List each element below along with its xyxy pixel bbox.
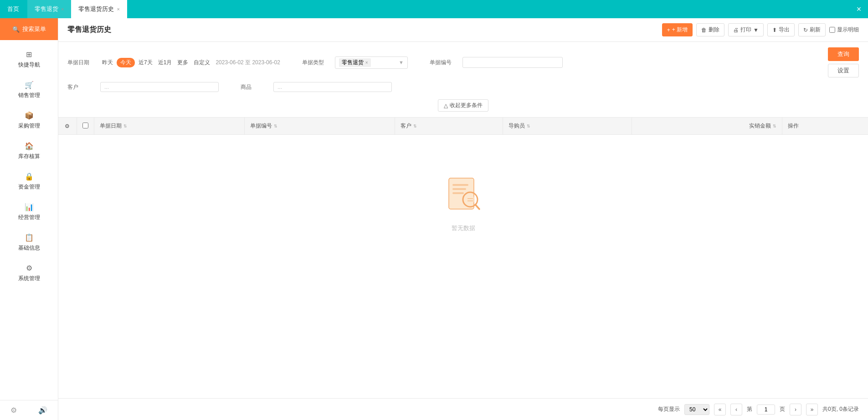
collapse-filter-button[interactable]: △ 收起更多条件 [438, 99, 488, 112]
tab-retail-return-close[interactable]: × [61, 6, 64, 12]
export-label: 导出 [779, 26, 790, 34]
sidebar-nav: ⊞ 快捷导航 🛒 销售管理 📦 采购管理 🏠 库存核算 🔒 资金管理 📊 [0, 40, 58, 400]
sidebar-item-quick-nav-label: 快捷导航 [18, 61, 40, 69]
delete-icon: 🗑 [701, 27, 707, 33]
col-voucher-date-label: 单据日期 [100, 122, 122, 130]
settings-icon[interactable]: ⚙ [10, 406, 17, 415]
last-page-button[interactable]: » [806, 404, 818, 415]
date-custom-btn[interactable]: 自定义 [192, 58, 212, 67]
sidebar-item-finance-mgmt[interactable]: 🔒 资金管理 [0, 166, 58, 196]
date-last1m-btn[interactable]: 近1月 [156, 58, 174, 67]
col-checkbox [77, 118, 94, 135]
sort-voucher-date[interactable]: 单据日期 ⇅ [100, 122, 239, 130]
date-yesterday-btn[interactable]: 昨天 [100, 58, 115, 67]
col-guide-label: 导购员 [508, 122, 525, 130]
voucher-type-label: 单据类型 [302, 59, 328, 67]
col-guide: 导购员 ⇅ [503, 118, 632, 135]
sort-icon-actual-amount: ⇅ [773, 124, 776, 128]
voucher-type-tag-label: 零售退货 [342, 59, 364, 67]
page-size-select[interactable]: 50 100 200 [684, 404, 709, 415]
filter-area: 单据日期 昨天 今天 近7天 近1月 更多 自定义 2023-06-02 至 2… [58, 42, 868, 118]
set-button[interactable]: 设置 [828, 64, 859, 77]
filter-side-btns: 查询 设置 [828, 47, 859, 77]
header-actions: + + 新增 🗑 删除 🖨 打印 ▼ ⬆ 导出 ↻ [662, 23, 859, 36]
voucher-type-remove-btn[interactable]: × [365, 60, 368, 65]
sort-guide[interactable]: 导购员 ⇅ [508, 122, 626, 130]
sort-actual-amount[interactable]: 实销金额 ⇅ [637, 122, 776, 130]
sort-customer[interactable]: 客户 ⇅ [401, 122, 497, 130]
page-title: 零售退货历史 [67, 25, 111, 35]
tab-retail-return-label: 零售退货 [35, 5, 58, 13]
tab-retail-return-history[interactable]: 零售退货历史 × [71, 0, 127, 18]
page-number-input[interactable] [757, 405, 775, 415]
col-operation: 操作 [782, 118, 868, 135]
sidebar-bottom: ⚙ 🔊 [0, 400, 58, 420]
prev-page-button[interactable]: ‹ [730, 404, 742, 415]
inventory-icon: 🏠 [24, 141, 34, 151]
refresh-label: 刷新 [810, 26, 821, 34]
sidebar-item-purchase-mgmt[interactable]: 📦 采购管理 [0, 105, 58, 135]
sort-voucher-no[interactable]: 单据编号 ⇅ [250, 122, 389, 130]
col-voucher-date: 单据日期 ⇅ [94, 118, 244, 135]
sidebar-item-system-label: 系统管理 [18, 275, 40, 282]
volume-icon[interactable]: 🔊 [38, 406, 47, 415]
date-more-btn[interactable]: 更多 [175, 58, 190, 67]
goods-select[interactable]: ... [273, 82, 392, 92]
display-detail-toggle[interactable]: 显示明细 [829, 26, 859, 34]
sidebar-search-label: 搜索菜单 [22, 25, 46, 33]
operations-icon: 📊 [24, 202, 34, 212]
tab-home-label: 首页 [7, 5, 19, 13]
voucher-date-label: 单据日期 [67, 59, 93, 67]
collapse-icon: △ [444, 102, 448, 109]
sidebar-item-operations-label: 经营管理 [18, 214, 40, 221]
voucher-no-input[interactable] [462, 57, 563, 68]
next-page-button[interactable]: › [790, 404, 801, 415]
table-settings-icon[interactable]: ⚙ [65, 123, 70, 129]
date-last7-btn[interactable]: 近7天 [137, 58, 154, 67]
new-button[interactable]: + + 新增 [662, 23, 693, 36]
display-detail-checkbox[interactable] [829, 27, 835, 33]
page-size-label: 每页显示 [658, 405, 680, 413]
voucher-type-chevron-icon: ▼ [399, 60, 404, 65]
table-container: ⚙ 单据日期 ⇅ 单据编号 [58, 118, 868, 398]
sidebar-item-basic-info[interactable]: 📋 基础信息 [0, 227, 58, 257]
print-button[interactable]: 🖨 打印 ▼ [728, 23, 764, 36]
tab-retail-return[interactable]: 零售退货 × [27, 0, 71, 18]
refresh-button[interactable]: ↻ 刷新 [798, 23, 826, 36]
sidebar-item-operations-mgmt[interactable]: 📊 经营管理 [0, 196, 58, 227]
empty-state-cell: 暂无数据 [58, 135, 868, 269]
total-info: 共0页, 0条记录 [822, 405, 859, 413]
customer-placeholder: ... [104, 84, 109, 90]
sort-icon-voucher-date: ⇅ [123, 124, 127, 128]
query-button[interactable]: 查询 [828, 47, 859, 61]
main-layout: 🔍 搜索菜单 ⊞ 快捷导航 🛒 销售管理 📦 采购管理 🏠 库存核算 🔒 [0, 18, 868, 420]
delete-label: 删除 [709, 26, 719, 34]
first-page-button[interactable]: « [714, 404, 726, 415]
sidebar-item-purchase-label: 采购管理 [18, 122, 40, 130]
tab-home[interactable]: 首页 [0, 0, 26, 18]
empty-state: 暂无数据 [58, 135, 868, 269]
delete-button[interactable]: 🗑 删除 [696, 23, 724, 36]
window-close-button[interactable]: × [850, 0, 868, 18]
refresh-icon: ↻ [803, 27, 808, 33]
col-customer-label: 客户 [401, 122, 411, 130]
page-header: 零售退货历史 + + 新增 🗑 删除 🖨 打印 ▼ ⬆ 导出 [58, 18, 868, 42]
table-select-all-checkbox[interactable] [82, 123, 88, 128]
empty-state-text: 暂无数据 [452, 224, 475, 232]
content-area: 零售退货历史 + + 新增 🗑 删除 🖨 打印 ▼ ⬆ 导出 [58, 18, 868, 420]
sidebar-item-sales-mgmt[interactable]: 🛒 销售管理 [0, 74, 58, 105]
svg-rect-3 [452, 192, 464, 194]
export-button[interactable]: ⬆ 导出 [767, 23, 795, 36]
date-today-btn[interactable]: 今天 [117, 58, 135, 67]
customer-select[interactable]: ... [100, 82, 219, 92]
voucher-type-tag: 零售退货 × [339, 58, 371, 67]
sidebar-item-system-mgmt[interactable]: ⚙ 系统管理 [0, 257, 58, 288]
sidebar-item-quick-nav[interactable]: ⊞ 快捷导航 [0, 44, 58, 74]
tab-retail-return-history-close[interactable]: × [117, 6, 119, 12]
filter-row-2: 客户 ... 商品 ... [67, 82, 859, 92]
sidebar-search-button[interactable]: 🔍 搜索菜单 [0, 18, 58, 40]
sidebar-item-inventory[interactable]: 🏠 库存核算 [0, 135, 58, 166]
voucher-type-select[interactable]: 零售退货 × ▼ [335, 56, 408, 69]
print-label: 打印 [740, 26, 751, 34]
data-table: ⚙ 单据日期 ⇅ 单据编号 [58, 118, 868, 269]
